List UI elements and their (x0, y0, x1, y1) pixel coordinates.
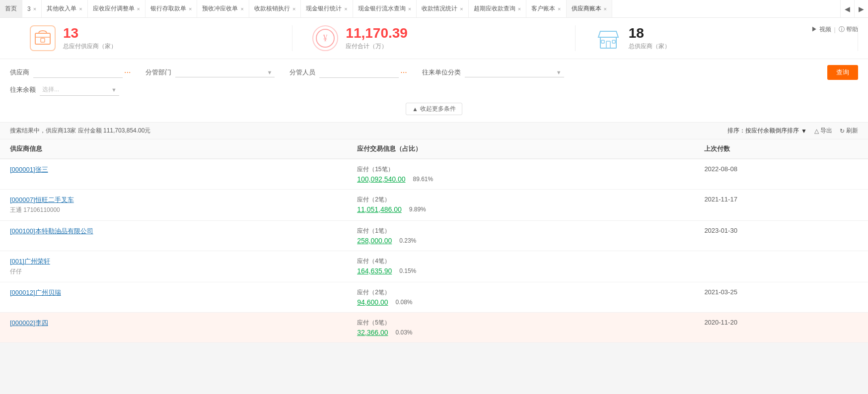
supplier-info-cell: [000007]恒旺二手叉车王通 17106110000 (0, 190, 347, 221)
refresh-label: 刷新 (846, 127, 858, 135)
tab-3-close[interactable]: × (33, 6, 36, 12)
tab-3[interactable]: 3 × (22, 0, 42, 17)
supplier-link[interactable]: [000100]本特勒油品有限公司 (10, 227, 93, 235)
tab-cash-bank-stat-close[interactable]: × (344, 6, 347, 12)
last-pay-cell: 2020-11-20 (694, 313, 868, 343)
last-pay-cell: 2023-01-30 (694, 221, 868, 251)
collapse-button[interactable]: ▲ 收起更多条件 (406, 103, 462, 115)
payable-amount-content: 11,170.39 应付合计（万） (346, 26, 408, 51)
search-button[interactable]: 查询 (827, 65, 858, 80)
tab-overdue-query-close[interactable]: × (518, 6, 521, 12)
supplier-table: 供应商信息 应付交易信息（占比） 上次付数 [000001]张三 应付（15笔）… (0, 139, 868, 343)
nav-prev-button[interactable]: ◀ (840, 0, 854, 18)
tab-other-income-close[interactable]: × (79, 6, 82, 12)
supplier-filter-dots[interactable]: ··· (124, 68, 131, 77)
trans-pct: 0.15% (399, 267, 416, 274)
tab-overdue-query[interactable]: 超期应收款查询 × (469, 0, 526, 17)
help-link[interactable]: ⓘ 帮助 (839, 25, 858, 34)
dept-filter-select[interactable]: ▼ (175, 68, 275, 77)
payable-total-label: 应付合计（万） (346, 42, 408, 51)
trans-amount[interactable]: 100,092,540.00 (357, 175, 405, 183)
tab-customer-account-label: 客户账本 (531, 4, 555, 13)
payable-suppliers-content: 13 总应付供应商（家） (63, 26, 117, 51)
last-pay-cell: 2022-08-08 (694, 159, 868, 190)
tab-supplier-account[interactable]: 供应商账本 × (567, 0, 612, 17)
tab-collection-stat-close[interactable]: × (460, 6, 463, 12)
last-pay-cell (694, 251, 868, 282)
last-pay-date: 2021-03-25 (704, 288, 737, 296)
trans-amount[interactable]: 94,600.00 (357, 298, 388, 306)
total-suppliers-content: 18 总供应商（家） (629, 26, 670, 51)
dept-filter-label: 分管部门 (145, 68, 171, 77)
results-actions: 排序：按应付余额倒序排序 ▼ △ 导出 ↻ 刷新 (727, 127, 858, 135)
supplier-link[interactable]: [000012]广州贝瑞 (10, 289, 61, 296)
tab-other-income-label: 其他收入单 (47, 4, 76, 13)
export-button[interactable]: △ 导出 (814, 127, 832, 135)
supplier-sub-info: 王通 17106110000 (10, 206, 337, 214)
nav-next-button[interactable]: ▶ (854, 0, 868, 18)
supplier-sub-info: 仔仔 (10, 267, 337, 276)
tab-other-income[interactable]: 其他收入单 × (42, 0, 87, 17)
tab-home-label: 首页 (5, 4, 17, 13)
tab-supplier-account-close[interactable]: × (604, 6, 607, 12)
category-filter-select[interactable]: ▼ (465, 68, 564, 77)
tab-prepay[interactable]: 预收冲应收单 × (197, 0, 249, 17)
tab-bank-deposit-close[interactable]: × (189, 6, 192, 12)
filter-dept: 分管部门 ▼ (145, 68, 275, 77)
total-suppliers-number: 18 (629, 26, 670, 40)
trans-pct: 0.08% (395, 299, 412, 306)
balance-filter-label: 往来余额 (10, 85, 36, 94)
filter-row-2: 往来余额 选择... ▼ (10, 84, 858, 96)
last-pay-date: 2021-11-17 (704, 196, 737, 203)
sort-button[interactable]: 排序：按应付余额倒序排序 ▼ (727, 127, 807, 135)
filter-area: 供应商 ··· 分管部门 ▼ 分管人员 ··· 往来单位分类 ▼ 查询 往来 (0, 59, 868, 123)
tab-collection-close[interactable]: × (292, 6, 295, 12)
tab-cash-flow-close[interactable]: × (408, 6, 411, 12)
trans-info-cell: 应付（4笔） 164,635.90 0.15% (347, 251, 694, 282)
person-filter-input[interactable] (319, 67, 399, 78)
tab-collection-stat[interactable]: 收款情况统计 × (417, 0, 468, 17)
tab-home[interactable]: 首页 (0, 0, 22, 17)
tab-ar-ap-adjust[interactable]: 应收应付调整单 × (88, 0, 145, 17)
table-row: [000001]张三 应付（15笔） 100,092,540.00 89.61%… (0, 159, 868, 190)
trans-amount[interactable]: 32,366.00 (357, 328, 388, 336)
tab-collection[interactable]: 收款核销执行 × (249, 0, 301, 17)
svg-rect-1 (41, 38, 45, 42)
person-filter-dots[interactable]: ··· (400, 68, 407, 77)
trans-pct: 89.61% (413, 176, 434, 183)
tab-prepay-close[interactable]: × (240, 6, 243, 12)
filter-category: 往来单位分类 ▼ (422, 68, 564, 77)
table-header: 供应商信息 应付交易信息（占比） 上次付数 (0, 139, 868, 159)
trans-info-cell: 应付（2笔） 11,051,486.00 9.89% (347, 190, 694, 221)
svg-rect-5 (600, 37, 616, 48)
last-pay-date: 2023-01-30 (704, 227, 737, 234)
tab-bank-deposit[interactable]: 银行存取款单 × (145, 0, 197, 17)
tab-customer-account-close[interactable]: × (558, 6, 561, 12)
trans-amount[interactable]: 164,635.90 (357, 267, 392, 275)
video-link[interactable]: ▶ 视频 (811, 25, 831, 34)
tab-ar-ap-adjust-close[interactable]: × (137, 6, 140, 12)
table-row: [000100]本特勒油品有限公司 应付（1笔） 258,000.00 0.23… (0, 221, 868, 251)
svg-text:¥: ¥ (323, 33, 328, 43)
refresh-button[interactable]: ↻ 刷新 (840, 127, 858, 135)
supplier-link[interactable]: [000007]恒旺二手叉车 (10, 196, 74, 203)
supplier-info-cell: [000001]张三 (0, 159, 347, 190)
supplier-link[interactable]: [001]广州荣轩 (10, 258, 50, 265)
trans-amount[interactable]: 11,051,486.00 (357, 205, 402, 213)
tab-cash-flow[interactable]: 现金银行流水查询 × (353, 0, 417, 17)
supplier-filter-input[interactable] (33, 67, 123, 78)
last-pay-date: 2020-11-20 (704, 319, 737, 326)
svg-rect-6 (606, 41, 610, 48)
tab-cash-bank-stat[interactable]: 现金银行统计 × (301, 0, 353, 17)
svg-rect-8 (612, 40, 615, 43)
balance-filter-select[interactable]: 选择... ▼ (40, 84, 119, 96)
top-navigation: 首页 3 × 其他收入单 × 应收应付调整单 × 银行存取款单 × 预收冲应收单… (0, 0, 868, 18)
trans-amount[interactable]: 258,000.00 (357, 237, 392, 245)
payable-total-amount: 11,170.39 (346, 26, 408, 40)
supplier-link[interactable]: [000002]李四 (10, 319, 48, 327)
last-pay-cell: 2021-11-17 (694, 190, 868, 221)
tab-customer-account[interactable]: 客户账本 × (526, 0, 566, 17)
stats-actions: ▶ 视频 | ⓘ 帮助 (811, 25, 858, 34)
supplier-link[interactable]: [000001]张三 (10, 166, 48, 173)
trans-info-cell: 应付（15笔） 100,092,540.00 89.61% (347, 159, 694, 190)
